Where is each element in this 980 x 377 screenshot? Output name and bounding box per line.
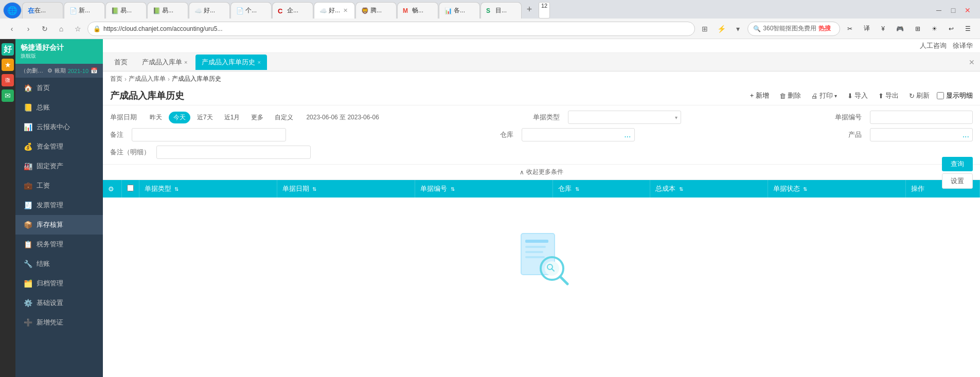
- refresh-button[interactable]: ↻ 刷新: [906, 89, 933, 102]
- remark-detail-input[interactable]: [156, 146, 311, 159]
- warehouse-select[interactable]: ...: [522, 128, 635, 141]
- query-button[interactable]: 查询: [942, 157, 973, 171]
- th-warehouse[interactable]: 仓库 ⇅: [553, 180, 650, 198]
- address-bar[interactable]: 🔒 https://cloud.chanjet.com/accounting/u…: [87, 22, 695, 36]
- sidebar-item-settings[interactable]: ⚙️ 基础设置: [15, 293, 103, 313]
- dropdown-button[interactable]: ▾: [731, 22, 744, 35]
- breadcrumb-parent[interactable]: 产成品入库单: [129, 75, 166, 83]
- tab-count[interactable]: 12: [539, 2, 550, 19]
- delete-button[interactable]: 🗑 删除: [776, 89, 804, 102]
- date-btn-more[interactable]: 更多: [246, 112, 268, 123]
- page-tab-list[interactable]: 产成品入库单 ×: [136, 55, 193, 70]
- add-button[interactable]: + 新增: [747, 89, 772, 102]
- tab-close-icon[interactable]: ×: [184, 59, 187, 65]
- grid-button[interactable]: ⊞: [698, 22, 711, 35]
- tab-t10[interactable]: M 畅...: [397, 2, 438, 19]
- date-btn-custom[interactable]: 自定义: [270, 112, 298, 123]
- tab-t12[interactable]: S 目...: [480, 2, 522, 19]
- date-btn-yesterday[interactable]: 昨天: [145, 112, 167, 123]
- date-btn-1month[interactable]: 近1月: [220, 112, 245, 123]
- select-all-checkbox[interactable]: [127, 185, 134, 191]
- sidebar-item-invoice[interactable]: 🧾 发票管理: [15, 195, 103, 215]
- sidebar-item-reports[interactable]: 📊 云报表中心: [15, 117, 103, 137]
- settings-filter-button[interactable]: 设置: [942, 173, 973, 189]
- gear-icon[interactable]: ⚙: [108, 185, 114, 193]
- maximize-button[interactable]: □: [946, 3, 960, 17]
- scissors-button[interactable]: ✂: [843, 22, 857, 35]
- undo-button[interactable]: ↩: [945, 22, 958, 35]
- th-bill-date[interactable]: 单据日期 ⇅: [277, 180, 415, 198]
- page-tab-home[interactable]: 首页: [108, 55, 134, 70]
- warehouse-dots[interactable]: ...: [624, 130, 631, 139]
- show-cols-toggle[interactable]: 显示明细: [937, 91, 973, 100]
- sidebar-item-general[interactable]: 📒 总账: [15, 98, 103, 117]
- import-button[interactable]: ⬇ 导入: [844, 89, 871, 102]
- th-bill-no[interactable]: 单据编号 ⇅: [415, 180, 553, 198]
- tab-t7[interactable]: C 企...: [272, 2, 313, 19]
- close-button[interactable]: ✕: [960, 3, 975, 17]
- tab-t6[interactable]: 📄 个...: [230, 2, 272, 19]
- sidebar-item-finance[interactable]: 💰 资金管理: [15, 137, 103, 156]
- apps-button[interactable]: ⊞: [911, 22, 924, 35]
- sidebar-item-payroll[interactable]: 💼 工资: [15, 176, 103, 195]
- tab-t5[interactable]: ☁️ 好...: [189, 2, 230, 19]
- sidebar-item-home[interactable]: 🏠 首页: [15, 78, 103, 98]
- tab-t11[interactable]: 📊 各...: [439, 2, 480, 19]
- username[interactable]: 徐译华: [953, 41, 973, 50]
- back-button[interactable]: ‹: [5, 22, 19, 35]
- sidebar-item-assets[interactable]: 🏭 固定资产: [15, 156, 103, 176]
- th-total-cost[interactable]: 总成本 ⇅: [650, 180, 768, 198]
- icon-bar-item-2[interactable]: 微: [2, 74, 14, 86]
- new-tab-button[interactable]: +: [522, 2, 537, 16]
- th-gear[interactable]: ⚙: [103, 180, 121, 198]
- refresh-button[interactable]: ↻: [38, 22, 51, 35]
- user-service[interactable]: 人工咨询: [920, 41, 947, 50]
- yuan-button[interactable]: ¥: [877, 22, 889, 35]
- tab-t2[interactable]: 📄 新...: [64, 2, 105, 19]
- print-button[interactable]: 🖨 打印 ▾: [808, 89, 840, 102]
- tab-close-icon[interactable]: ×: [257, 59, 260, 65]
- translate-button[interactable]: 译: [860, 22, 874, 35]
- icon-bar-item-1[interactable]: ★: [2, 59, 14, 71]
- settings-icon[interactable]: ⚙: [47, 67, 52, 74]
- print-dropdown-icon[interactable]: ▾: [834, 93, 837, 99]
- tab-t4[interactable]: 📗 易...: [147, 2, 188, 19]
- sidebar-item-new-bill[interactable]: ➕ 新增凭证: [15, 313, 103, 332]
- bill-type-select[interactable]: ▾: [568, 111, 681, 124]
- remark-input[interactable]: [132, 128, 286, 141]
- bill-no-input[interactable]: [870, 111, 973, 124]
- panel-close-button[interactable]: ✕: [969, 58, 975, 66]
- close-icon[interactable]: ✕: [343, 7, 348, 14]
- show-cols-checkbox[interactable]: [937, 92, 944, 99]
- browser-icon[interactable]: 🌐: [3, 2, 22, 19]
- breadcrumb-home[interactable]: 首页: [110, 75, 122, 83]
- forward-button[interactable]: ›: [22, 22, 35, 35]
- tab-t3[interactable]: 📗 易...: [105, 2, 147, 19]
- export-button[interactable]: ⬆ 导出: [875, 89, 902, 102]
- theme-button[interactable]: ☀: [928, 22, 941, 35]
- th-bill-type[interactable]: 单据类型 ⇅: [139, 180, 277, 198]
- lightning-button[interactable]: ⚡: [715, 22, 728, 35]
- calendar-icon[interactable]: 📅: [91, 67, 98, 74]
- product-dots[interactable]: ...: [963, 130, 969, 139]
- app-logo[interactable]: 好: [2, 43, 14, 56]
- bookmark-button[interactable]: ☆: [71, 22, 84, 35]
- minimize-button[interactable]: ─: [932, 3, 946, 17]
- search-bar[interactable]: 🔍 360智能抠图免费用 热搜: [747, 22, 840, 36]
- game-button[interactable]: 🎮: [892, 22, 908, 35]
- icon-bar-item-3[interactable]: ✉: [2, 89, 14, 102]
- sidebar-item-archive[interactable]: 🗂️ 归档管理: [15, 274, 103, 293]
- product-select[interactable]: ...: [870, 128, 973, 141]
- th-bill-status[interactable]: 单据状态 ⇅: [768, 180, 905, 198]
- sidebar-item-settlement[interactable]: 🔧 结账: [15, 254, 103, 274]
- tab-t8[interactable]: ☁️ 好... ✕: [314, 2, 355, 19]
- th-check[interactable]: [121, 180, 139, 198]
- page-tab-history[interactable]: 产成品入库单历史 ×: [195, 55, 266, 70]
- menu-button[interactable]: ☰: [961, 22, 975, 35]
- tab-t9[interactable]: 🦁 腾...: [355, 2, 397, 19]
- sidebar-item-tax[interactable]: 📋 税务管理: [15, 235, 103, 254]
- sidebar-item-inventory[interactable]: 📦 库存核算: [15, 215, 103, 235]
- date-btn-today[interactable]: 今天: [169, 112, 190, 123]
- home-button[interactable]: ⌂: [55, 22, 68, 35]
- collapse-button[interactable]: ∧ 收起更多条件: [520, 168, 563, 176]
